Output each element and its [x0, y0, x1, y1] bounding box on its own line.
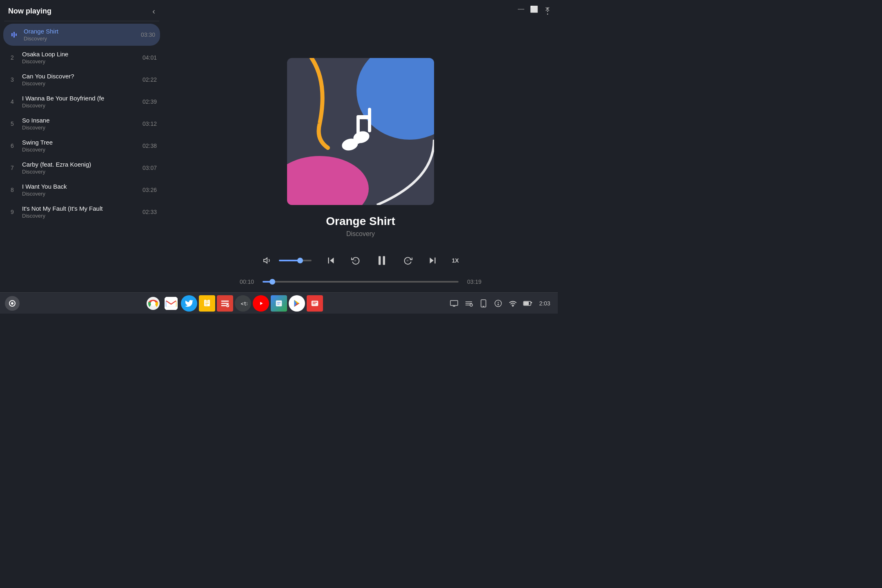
current-time: 00:10	[240, 278, 256, 285]
skip-prev-button[interactable]	[323, 252, 339, 269]
chrome-icon[interactable]	[145, 295, 161, 312]
track-item[interactable]: 6Swing TreeDiscovery02:38	[0, 135, 163, 157]
caret-icon[interactable]: <t>	[235, 295, 251, 312]
track-item[interactable]: 9It's Not My Fault (It's My FaultDiscove…	[0, 201, 163, 223]
now-playing-album: Discovery	[346, 230, 375, 238]
volume-icon[interactable]	[259, 252, 276, 269]
track-info: Orange ShirtDiscovery	[24, 28, 136, 42]
svg-point-50	[512, 305, 514, 307]
clock: 2:03	[537, 300, 553, 307]
track-name: I Wanna Be Your Boyfriend (fe	[22, 95, 138, 102]
svg-rect-53	[524, 302, 529, 305]
skip-next-button[interactable]	[424, 252, 441, 269]
track-item[interactable]: 5So InsaneDiscovery03:12	[0, 113, 163, 135]
track-name: So Insane	[22, 117, 138, 124]
svg-marker-15	[430, 258, 434, 264]
main-content: ⋮ Orange Shirt Discovery	[163, 0, 558, 314]
track-number: 5	[7, 120, 18, 127]
track-number: 8	[7, 187, 18, 193]
replay-10-button[interactable]: 10	[347, 252, 364, 269]
svg-rect-5	[356, 115, 371, 119]
svg-point-18	[11, 302, 13, 305]
launcher-button[interactable]	[5, 296, 20, 311]
progress-slider[interactable]	[263, 281, 459, 283]
files-icon[interactable]	[271, 295, 287, 312]
svg-rect-38	[450, 301, 458, 305]
track-name: Orange Shirt	[24, 28, 136, 35]
maximize-button[interactable]: ⬜	[528, 3, 540, 15]
track-duration: 02:38	[143, 143, 157, 149]
taskbar-left	[5, 296, 20, 311]
red-app-icon[interactable]	[307, 295, 323, 312]
track-album: Discovery	[22, 213, 138, 219]
track-duration: 02:39	[143, 98, 157, 105]
track-album: Discovery	[22, 125, 138, 131]
left-panel: Now playing ‹ Orange ShirtDiscovery03:30…	[0, 0, 163, 314]
track-name: Swing Tree	[22, 139, 138, 146]
speed-button[interactable]: 1X	[449, 257, 462, 264]
taskbar-center: <t>	[20, 295, 448, 312]
track-info: So InsaneDiscovery	[22, 117, 138, 131]
track-item[interactable]: 4I Wanna Be Your Boyfriend (feDiscovery0…	[0, 91, 163, 113]
track-item[interactable]: 3Can You Discover?Discovery02:22	[0, 69, 163, 91]
track-number: 3	[7, 76, 18, 83]
svg-rect-36	[313, 302, 317, 303]
track-info: I Want You BackDiscovery	[22, 183, 138, 197]
track-list: Orange ShirtDiscovery03:302Osaka Loop Li…	[0, 21, 163, 314]
track-item[interactable]: 8I Want You BackDiscovery03:26	[0, 179, 163, 201]
track-album: Discovery	[24, 36, 136, 42]
svg-text:<t>: <t>	[241, 301, 248, 306]
track-album: Discovery	[22, 102, 138, 109]
svg-text:10: 10	[406, 260, 409, 262]
track-info: Osaka Loop LineDiscovery	[22, 51, 138, 65]
keep-icon[interactable]	[199, 295, 215, 312]
taskbar-right: 2:03	[448, 298, 553, 309]
back-button[interactable]: ‹	[152, 7, 155, 16]
svg-rect-12	[379, 256, 381, 265]
track-name: Osaka Loop Line	[22, 51, 138, 58]
playstore-icon[interactable]	[289, 295, 305, 312]
track-duration: 03:30	[141, 31, 155, 38]
track-number: 7	[7, 165, 18, 171]
close-button[interactable]: ✕	[541, 3, 553, 15]
track-duration: 02:22	[143, 76, 157, 83]
track-album: Discovery	[22, 191, 138, 197]
track-duration: 03:12	[143, 120, 157, 127]
track-name: It's Not My Fault (It's My Fault	[22, 205, 138, 212]
track-number	[8, 32, 20, 38]
svg-marker-8	[264, 258, 267, 263]
todoist-icon[interactable]	[217, 295, 233, 312]
svg-marker-9	[330, 258, 334, 264]
track-item[interactable]: 7Carby (feat. Ezra Koenig)Discovery03:07	[0, 157, 163, 179]
track-name: I Want You Back	[22, 183, 138, 190]
notification-icon[interactable]	[492, 298, 504, 309]
pause-button[interactable]	[372, 251, 392, 270]
forward-10-button[interactable]: 10	[400, 252, 416, 269]
svg-rect-4	[368, 108, 371, 132]
twitter-icon[interactable]	[181, 295, 197, 312]
track-album: Discovery	[22, 169, 138, 175]
wifi-icon[interactable]	[507, 298, 519, 309]
track-item[interactable]: 2Osaka Loop LineDiscovery04:01	[0, 47, 163, 69]
track-album: Discovery	[22, 58, 138, 65]
track-info: It's Not My Fault (It's My FaultDiscover…	[22, 205, 138, 219]
track-number: 9	[7, 209, 18, 215]
youtube-icon[interactable]	[253, 295, 269, 312]
phone-icon[interactable]	[478, 298, 489, 309]
volume-slider[interactable]	[279, 260, 312, 261]
battery-icon[interactable]	[522, 298, 533, 309]
track-info: I Wanna Be Your Boyfriend (feDiscovery	[22, 95, 138, 109]
gmail-icon[interactable]	[163, 295, 179, 312]
track-number: 2	[7, 54, 18, 61]
album-art	[287, 58, 434, 205]
now-playing-title: Orange Shirt	[326, 215, 395, 228]
progress-wrap: 00:10 03:19	[240, 278, 481, 285]
controls-row: 10 10 1X	[259, 251, 462, 270]
track-number: 4	[7, 98, 18, 105]
minimize-button[interactable]: —	[515, 3, 527, 15]
total-time: 03:19	[465, 278, 481, 285]
track-item[interactable]: Orange ShirtDiscovery03:30	[3, 24, 160, 46]
display-icon[interactable]	[448, 298, 460, 309]
playlist-icon[interactable]	[463, 298, 474, 309]
svg-point-49	[498, 304, 499, 305]
